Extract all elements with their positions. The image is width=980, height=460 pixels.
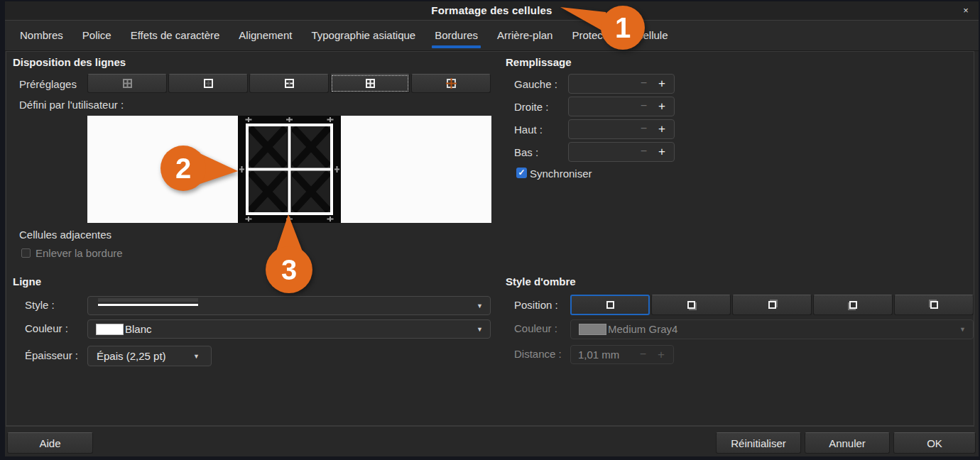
plus-icon[interactable]: + — [658, 145, 665, 159]
section-title-adjacentes: Cellules adjacentes — [19, 229, 111, 241]
minus-icon: − — [640, 348, 646, 361]
line-style-label: Style : — [25, 299, 55, 311]
dialog-titlebar: Formatage des cellules × — [5, 1, 979, 20]
padding-bottom-stepper[interactable]: − + — [568, 142, 675, 162]
shadow-distance-value: 1,01 mm — [578, 349, 619, 361]
minus-icon[interactable]: − — [641, 145, 647, 158]
shadow-top-right-icon — [768, 301, 776, 309]
shadow-color-value: Medium Gray4 — [608, 323, 677, 335]
preset-box-only-button[interactable] — [168, 74, 248, 93]
padding-top-label: Haut : — [514, 124, 543, 136]
padding-bottom-label: Bas : — [514, 146, 538, 158]
line-style-combobox[interactable]: ▼ — [87, 296, 491, 315]
shadow-top-left-button[interactable] — [894, 295, 974, 315]
minus-icon[interactable]: − — [641, 77, 647, 89]
line-color-combobox[interactable]: Blanc ▼ — [87, 319, 491, 339]
box-all-inner-icon — [364, 77, 376, 89]
reset-button[interactable]: Réinitialiser — [716, 432, 801, 454]
preset-box-horizontal-button[interactable] — [249, 74, 329, 93]
shadow-bottom-right-button[interactable] — [651, 295, 731, 315]
ok-button[interactable]: OK — [893, 432, 976, 454]
section-title-disposition: Disposition des lignes — [13, 56, 126, 68]
line-color-label: Couleur : — [25, 322, 68, 334]
line-style-sample-shadow — [98, 298, 198, 302]
preset-box-all-inner-button[interactable] — [330, 74, 410, 93]
plus-icon[interactable]: + — [658, 77, 665, 91]
remove-border-label: Enlever la bordure — [36, 247, 123, 259]
shadow-bottom-left-icon — [849, 301, 857, 309]
padding-right-stepper[interactable]: − + — [568, 97, 675, 116]
box-horizontal-icon — [283, 77, 295, 89]
section-title-ombre: Style d'ombre — [506, 275, 576, 288]
line-width-value: Épais (2,25 pt) — [97, 350, 166, 362]
tab-protection-cellule[interactable]: Protection de cellule — [572, 21, 668, 50]
synchronize-label: Synchroniser — [530, 168, 592, 180]
chevron-down-icon: ▼ — [959, 326, 966, 333]
plus-icon[interactable]: + — [658, 99, 665, 114]
tab-bar: Nombres Police Effets de caractère Align… — [5, 20, 979, 51]
tab-alignement[interactable]: Alignement — [239, 21, 292, 50]
close-icon[interactable]: × — [959, 4, 973, 18]
box-only-icon — [202, 77, 214, 89]
shadow-none-button[interactable] — [570, 295, 650, 315]
padding-right-label: Droite : — [514, 101, 548, 113]
chevron-down-icon: ▼ — [477, 302, 483, 310]
preset-outline-keep-inner-button[interactable] — [411, 74, 491, 93]
gray-color-swatch — [579, 324, 606, 335]
outline-keep-inner-icon — [445, 77, 457, 89]
synchronize-checkbox[interactable]: ✓ — [516, 168, 527, 178]
padding-left-stepper[interactable]: − + — [568, 74, 675, 94]
line-width-combobox[interactable]: Épais (2,25 pt) ▼ — [87, 346, 212, 366]
shadow-color-label: Couleur : — [514, 322, 557, 334]
preset-no-borders-button[interactable] — [87, 74, 167, 93]
tab-typographie-asiatique[interactable]: Typographie asiatique — [311, 21, 415, 50]
white-color-swatch — [96, 324, 124, 335]
plus-icon[interactable]: + — [658, 122, 665, 136]
shadow-none-icon — [606, 301, 614, 309]
plus-icon: + — [658, 348, 665, 362]
user-defined-border-preview[interactable] — [87, 116, 491, 223]
line-width-label: Épaisseur : — [25, 349, 78, 361]
shadow-distance-stepper: 1,01 mm − + — [570, 345, 674, 364]
shadow-color-combobox: Medium Gray4 ▼ — [570, 319, 974, 339]
window-edge — [0, 456, 980, 460]
shadow-bottom-left-button[interactable] — [813, 295, 893, 315]
shadow-position-buttons — [570, 295, 974, 315]
border-preview-grid — [238, 116, 341, 223]
line-style-sample — [98, 304, 198, 306]
shadow-distance-label: Distance : — [514, 348, 562, 360]
chevron-down-icon: ▼ — [477, 326, 483, 333]
minus-icon[interactable]: − — [641, 99, 647, 112]
tab-arriere-plan[interactable]: Arrière-plan — [497, 21, 552, 50]
help-button[interactable]: Aide — [7, 432, 93, 454]
preset-buttons — [87, 74, 491, 93]
cancel-button[interactable]: Annuler — [805, 432, 890, 454]
tab-page-bordures — [6, 51, 974, 426]
user-defined-label: Défini par l'utilisateur : — [19, 99, 124, 111]
minus-icon[interactable]: − — [641, 122, 647, 135]
window-edge — [0, 0, 5, 460]
section-title-remplissage: Remplissage — [506, 56, 572, 68]
tab-police[interactable]: Police — [82, 21, 111, 50]
shadow-top-right-button[interactable] — [732, 295, 812, 315]
dialog-title: Formatage des cellules — [5, 4, 979, 16]
section-title-ligne: Ligne — [13, 275, 41, 288]
tab-nombres[interactable]: Nombres — [20, 21, 63, 50]
shadow-bottom-right-icon — [687, 301, 695, 309]
tab-effets-caractere[interactable]: Effets de caractère — [131, 21, 220, 50]
line-color-value: Blanc — [125, 323, 152, 335]
shadow-position-label: Position : — [514, 299, 558, 311]
shadow-top-left-icon — [930, 301, 938, 309]
padding-left-label: Gauche : — [514, 78, 557, 90]
chevron-down-icon: ▼ — [193, 353, 200, 360]
presets-label: Préréglages — [19, 78, 77, 90]
footer-divider — [6, 426, 974, 427]
padding-top-stepper[interactable]: − + — [568, 119, 675, 139]
no-borders-icon — [121, 77, 134, 89]
remove-border-checkbox — [21, 248, 31, 258]
tab-bordures[interactable]: Bordures — [435, 21, 478, 50]
